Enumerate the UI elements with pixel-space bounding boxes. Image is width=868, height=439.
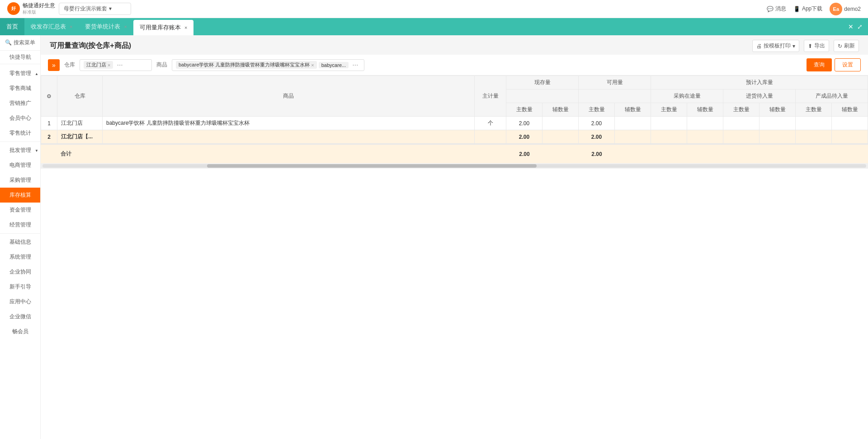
tab-home[interactable]: 首页: [0, 18, 24, 35]
row-purchase-aux-1: [687, 117, 723, 130]
row-production-aux-1: [832, 117, 868, 130]
tab-receive-close[interactable]: ×: [70, 24, 72, 29]
col-gear-header[interactable]: ⚙: [41, 76, 57, 117]
sub-production-pending-header: 产成品待入量: [796, 90, 868, 103]
sidebar-item-apps[interactable]: 应用中心: [0, 294, 40, 309]
filter-area: » 仓库 江北门店 × ··· 商品 babycare学饮杯 儿童防摔防撞吸管杯…: [41, 55, 868, 76]
sidebar-item-retail-mall[interactable]: 零售商城: [0, 81, 40, 96]
group-avail-aux: [615, 130, 651, 144]
main-table: ⚙ 仓库 商品 主计量 现存量: [41, 76, 868, 144]
sidebar-quick-nav[interactable]: 快捷导航: [0, 51, 40, 64]
product-tag-1-value: babycare学饮杯 儿童防摔防撞吸管杯重力球吸嘴杯宝宝水杯: [179, 61, 310, 68]
avatar: Ea: [830, 3, 842, 15]
sidebar-item-operations[interactable]: 经营管理: [0, 217, 40, 232]
footer-spacer-1: [41, 147, 57, 160]
row-current-main-1: 2.00: [506, 117, 542, 130]
row-incoming-main-1: [723, 117, 760, 130]
sidebar-item-enterprise[interactable]: 企业协同: [0, 264, 40, 279]
product-filter-input[interactable]: babycare学饮杯 儿童防摔防撞吸管杯重力球吸嘴杯宝宝水杯 × babyca…: [172, 59, 364, 71]
sub-purchase-transit-header: 采购在途量: [651, 90, 723, 103]
group-production-main: [796, 130, 832, 144]
sidebar-divider-2: [0, 233, 40, 234]
window-close-btn[interactable]: ✕: [848, 23, 854, 30]
sidebar-item-marketing[interactable]: 营销推广: [0, 96, 40, 111]
col-current-main-header: 主数量: [506, 103, 542, 117]
warehouse-tag-remove[interactable]: ×: [108, 62, 110, 68]
refresh-btn[interactable]: ↻ 刷新: [834, 40, 859, 52]
print-btn[interactable]: 🖨 按模板打印 ▾: [752, 40, 799, 52]
group-unit: [475, 130, 506, 144]
page-actions: 🖨 按模板打印 ▾ ⬆ 导出 ↻ 刷新: [752, 40, 859, 52]
sidebar-item-finance[interactable]: 资金管理: [0, 203, 40, 217]
tab-available-close[interactable]: ×: [184, 25, 187, 30]
sidebar-item-retail-mgmt[interactable]: 零售管理: [0, 66, 40, 81]
tab-order[interactable]: 要货单统计表 ×: [79, 18, 133, 35]
sidebar-item-purchase[interactable]: 采购管理: [0, 173, 40, 188]
scrollbar-thumb[interactable]: [207, 164, 537, 168]
filter-toggle-btn[interactable]: »: [48, 59, 60, 71]
group-summary-row: 2 江北门店【... 2.00 2.00: [41, 130, 868, 144]
row-unit-1: 个: [475, 117, 506, 130]
footer-product-spacer: [102, 147, 475, 160]
row-index-1: 1: [41, 117, 57, 130]
warehouse-tag: 江北门店 ×: [84, 61, 113, 69]
header-left: 好 畅捷通好生意 标准版 母婴行业演示账套 ▾: [7, 2, 131, 15]
query-button[interactable]: 查询: [807, 58, 832, 71]
product-tag-1-remove[interactable]: ×: [311, 62, 314, 68]
footer-production-main: [796, 147, 832, 160]
col-current-stock-header: 现存量: [506, 76, 579, 90]
sidebar-search-label: 搜索菜单: [14, 39, 35, 46]
user-menu[interactable]: Ea demo2: [830, 3, 861, 15]
table-container: ⚙ 仓库 商品 主计量 现存量: [41, 76, 868, 439]
tab-home-label: 首页: [6, 23, 18, 31]
export-icon: ⬆: [808, 43, 812, 49]
sidebar-item-system[interactable]: 系统管理: [0, 250, 40, 264]
footer-incoming-aux: [760, 147, 796, 160]
row-current-aux-1: [542, 117, 579, 130]
footer-total-table: 合计 2.00 2.00: [41, 147, 868, 160]
message-btn[interactable]: 💬 消息: [767, 5, 786, 13]
sidebar-item-guide[interactable]: 新手引导: [0, 279, 40, 294]
export-btn[interactable]: ⬆ 导出: [804, 40, 829, 52]
sidebar-item-member2[interactable]: 畅会员: [0, 324, 40, 339]
sidebar-search[interactable]: 🔍 搜索菜单: [0, 35, 40, 51]
sidebar-item-inventory[interactable]: 库存核算: [0, 188, 40, 203]
settings-button[interactable]: 设置: [835, 58, 861, 71]
industry-selector[interactable]: 母婴行业演示账套 ▾: [59, 3, 131, 15]
horizontal-scrollbar[interactable]: [41, 163, 868, 169]
footer-label: 合计: [57, 147, 102, 160]
app-download-btn[interactable]: 📱 App下载: [793, 5, 822, 13]
refresh-icon: ↻: [838, 43, 842, 49]
col-unit-header: 主计量: [475, 76, 506, 117]
warehouse-filter-input[interactable]: 江北门店 × ···: [80, 59, 152, 71]
tab-receive-label: 收发存汇总表: [31, 23, 66, 31]
col-available-header: 可用量: [579, 76, 651, 90]
group-current-main: 2.00: [506, 130, 542, 144]
row-avail-main-1: 2.00: [579, 117, 615, 130]
footer-current-aux: [542, 147, 579, 160]
sidebar-item-ecommerce[interactable]: 电商管理: [0, 158, 40, 173]
col-planned-header: 预计入库量: [651, 76, 868, 90]
row-purchase-main-1: [651, 117, 687, 130]
page-title: 可用量查询(按仓库+商品): [50, 41, 131, 51]
sidebar-item-wholesale[interactable]: 批发管理: [0, 143, 40, 158]
sidebar-item-retail-stat[interactable]: 零售统计: [0, 126, 40, 141]
sidebar-item-member[interactable]: 会员中心: [0, 111, 40, 126]
tabs-spacer: [193, 18, 843, 35]
col-avail-aux-header: 辅数量: [615, 103, 651, 117]
gear-icon: ⚙: [47, 93, 52, 99]
tab-available-label: 可用量库存账本: [140, 24, 181, 32]
logo-text-block: 畅捷通好生意 标准版: [23, 2, 55, 15]
tab-receive[interactable]: 收发存汇总表 ×: [24, 18, 79, 35]
tab-order-label: 要货单统计表: [85, 23, 120, 31]
sidebar-item-wechat[interactable]: 企业微信: [0, 309, 40, 324]
group-incoming-main: [723, 130, 760, 144]
warehouse-filter-more[interactable]: ···: [115, 61, 124, 69]
tab-available[interactable]: 可用量库存账本 ×: [133, 20, 193, 35]
app-download-label: App下载: [802, 5, 822, 13]
window-expand-btn[interactable]: ⤢: [857, 23, 863, 30]
product-filter-more[interactable]: ···: [350, 61, 360, 69]
tab-order-close[interactable]: ×: [124, 24, 127, 29]
sidebar-item-basic[interactable]: 基础信息: [0, 235, 40, 250]
sub-avail-header: [579, 90, 651, 103]
